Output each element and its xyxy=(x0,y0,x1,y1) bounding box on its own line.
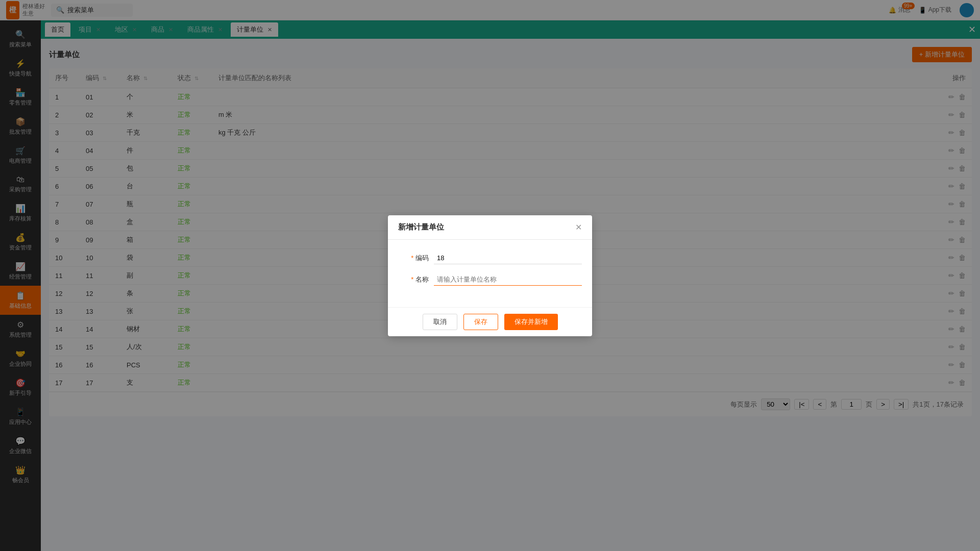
form-row-code: * 编码 xyxy=(398,252,582,264)
required-star-name: * xyxy=(411,276,413,283)
modal-body: * 编码 * 名称 xyxy=(388,240,592,307)
code-label-text: 编码 xyxy=(415,254,429,262)
cancel-button[interactable]: 取消 xyxy=(423,314,457,330)
modal-header: 新增计量单位 ✕ xyxy=(388,215,592,240)
form-label-code: * 编码 xyxy=(398,254,429,263)
name-label-text: 名称 xyxy=(415,276,429,283)
modal-overlay[interactable]: 新增计量单位 ✕ * 编码 * 名称 取消 保存 保存并新增 xyxy=(0,0,980,551)
add-unit-modal: 新增计量单位 ✕ * 编码 * 名称 取消 保存 保存并新增 xyxy=(388,215,592,336)
name-input[interactable] xyxy=(434,273,582,286)
modal-title: 新增计量单位 xyxy=(398,222,444,232)
code-input[interactable] xyxy=(434,252,582,264)
modal-close-btn[interactable]: ✕ xyxy=(575,222,582,232)
modal-footer: 取消 保存 保存并新增 xyxy=(388,307,592,336)
save-button[interactable]: 保存 xyxy=(463,314,498,330)
form-row-name: * 名称 xyxy=(398,273,582,286)
form-label-name: * 名称 xyxy=(398,275,429,284)
save-new-button[interactable]: 保存并新增 xyxy=(504,314,558,330)
required-star-code: * xyxy=(411,254,413,262)
